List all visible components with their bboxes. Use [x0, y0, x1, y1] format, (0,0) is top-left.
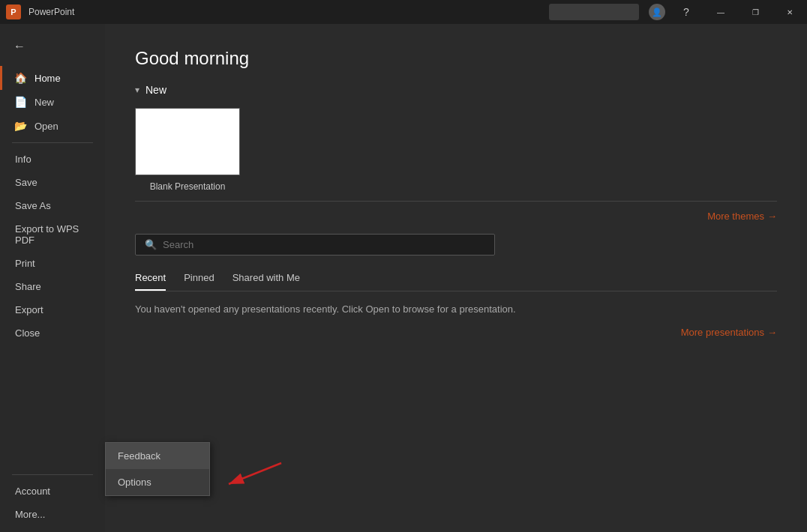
tabs-row: Recent Pinned Shared with Me [135, 267, 777, 291]
red-arrow-indicator [214, 456, 289, 493]
search-bar: 🔍 Search [135, 234, 495, 256]
title-bar: P PowerPoint 👤 ? — ❐ ✕ [0, 0, 807, 24]
powerpoint-logo: P [6, 4, 21, 19]
more-themes-link[interactable]: More themes → [707, 211, 777, 222]
blank-template-thumb [135, 108, 240, 175]
sidebar-item-label: Open [34, 121, 58, 132]
sidebar-back-button[interactable]: ← [6, 33, 33, 60]
templates-divider [135, 201, 777, 202]
title-bar-controls: 👤 ? — ❐ ✕ [549, 0, 807, 24]
minimize-button[interactable]: — [704, 0, 738, 24]
sidebar-item-close[interactable]: Close [0, 321, 105, 345]
help-button[interactable]: ? [669, 0, 704, 24]
sidebar-item-info[interactable]: Info [0, 148, 105, 171]
new-icon: 📄 [14, 96, 27, 108]
search-input[interactable] [163, 239, 485, 250]
sidebar-item-account[interactable]: Account [0, 480, 105, 503]
new-section-toggle[interactable]: ▾ [135, 85, 140, 95]
open-icon: 📂 [14, 120, 27, 132]
blank-template[interactable]: Blank Presentation [135, 108, 240, 192]
search-icon: 🔍 [145, 239, 157, 250]
close-button[interactable]: ✕ [772, 0, 807, 24]
new-section-title: New [146, 84, 166, 96]
coauthor-icon: 👤 [649, 4, 665, 20]
greeting: Good morning [135, 48, 777, 69]
main-content: Good morning ▾ New Blank Presentation Mo… [105, 24, 807, 532]
sidebar-divider [12, 142, 93, 143]
tab-shared-with-me[interactable]: Shared with Me [232, 267, 300, 291]
sidebar-item-save[interactable]: Save [0, 171, 105, 194]
sidebar-item-open[interactable]: 📂 Open [0, 114, 105, 138]
sidebar-item-share[interactable]: Share [0, 275, 105, 298]
sidebar-item-print[interactable]: Print [0, 252, 105, 275]
maximize-button[interactable]: ❐ [738, 0, 772, 24]
templates-row: Blank Presentation [135, 108, 777, 192]
sidebar-divider-bottom [12, 474, 93, 475]
sidebar: ← 🏠 Home 📄 New 📂 Open Info Save Save As … [0, 24, 105, 532]
more-presentations-row: More presentations → [135, 327, 777, 338]
sidebar-item-new[interactable]: 📄 New [0, 90, 105, 114]
tab-recent[interactable]: Recent [135, 267, 166, 291]
sidebar-item-home[interactable]: 🏠 Home [0, 66, 105, 90]
popup-menu: Feedback Options [105, 442, 210, 496]
popup-item-feedback[interactable]: Feedback [106, 443, 209, 469]
svg-line-1 [229, 463, 281, 484]
coauthor-button[interactable]: 👤 [645, 0, 669, 24]
app-logo: P PowerPoint [6, 4, 74, 19]
sidebar-item-export-wps[interactable]: Export to WPS PDF [0, 217, 105, 252]
sidebar-bottom: Account More... [0, 470, 105, 532]
empty-state-message: You haven't opened any presentations rec… [135, 303, 777, 315]
sidebar-item-label: Home [34, 73, 61, 84]
home-icon: 🏠 [14, 72, 27, 84]
app-name: PowerPoint [28, 7, 74, 17]
more-presentations-link[interactable]: More presentations → [681, 327, 777, 338]
blank-template-label: Blank Presentation [150, 181, 226, 192]
more-themes-row: More themes → [135, 211, 777, 222]
popup-item-options[interactable]: Options [106, 469, 209, 495]
sidebar-item-label: New [34, 97, 54, 108]
sidebar-item-more[interactable]: More... [0, 503, 105, 526]
title-search-input[interactable] [549, 4, 639, 20]
new-section-header: ▾ New [135, 84, 777, 96]
sidebar-item-export[interactable]: Export [0, 298, 105, 321]
sidebar-item-save-as[interactable]: Save As [0, 194, 105, 217]
tab-pinned[interactable]: Pinned [184, 267, 214, 291]
